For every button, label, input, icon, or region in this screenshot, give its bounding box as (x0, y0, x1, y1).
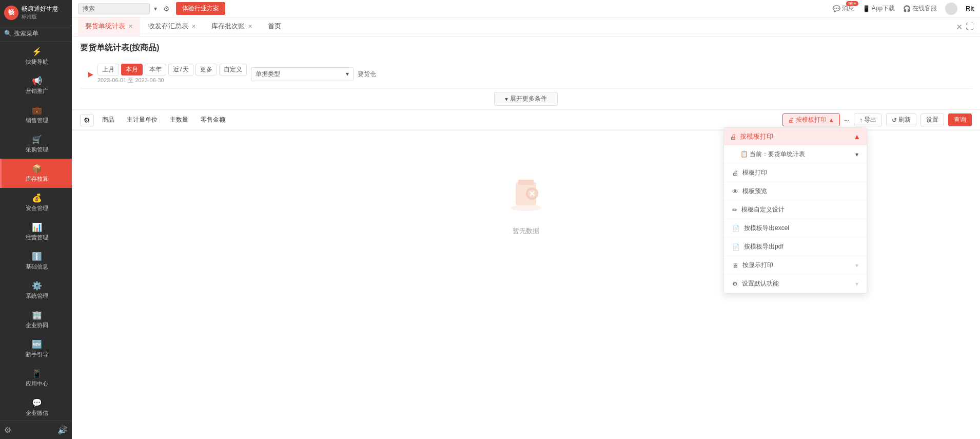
date-btn-current-year[interactable]: 本年 (145, 64, 166, 75)
dropdown-item-export-pdf[interactable]: 📄 按模板导出pdf (724, 238, 867, 256)
tab-label-receivables-summary: 收发存汇总表 (148, 22, 188, 31)
sidebar-item-basic[interactable]: ℹ️ 基础信息 (0, 246, 72, 276)
export-excel-icon: 📄 (732, 225, 740, 232)
expand-more-label: 展开更多条件 (510, 94, 547, 103)
dropdown-item-default-function[interactable]: ⚙ 设置默认功能 ▾ (724, 275, 867, 293)
inventory-label: 库存核算 (26, 175, 48, 183)
messages-button[interactable]: 💬 消息 99+ (833, 4, 854, 13)
dropdown-item-display-print[interactable]: 🖥 按显示打印 ▾ (724, 256, 867, 275)
refresh-button[interactable]: ↺ 刷新 (886, 113, 916, 126)
quick-nav-icon: ⚡ (32, 47, 42, 56)
sidebar-item-wechat[interactable]: 💬 企业微信 (0, 393, 72, 421)
app-download-button[interactable]: 📱 App下载 (863, 4, 895, 13)
topbar: ▾ ⚙ 体验行业方案 💬 消息 99+ 📱 App下载 🎧 在线客服 Rit (72, 0, 980, 17)
settings-icon[interactable]: ⚙ (4, 425, 11, 435)
order-type-select[interactable]: 单据类型 ▾ (251, 67, 354, 81)
sidebar-item-operation[interactable]: 📊 经营管理 (0, 217, 72, 246)
print-dropdown-title: 🖨 按模板打印 (730, 132, 773, 141)
sidebar-item-purchase[interactable]: 🛒 采购管理 (0, 129, 72, 159)
date-btn-last-7-days[interactable]: 近7天 (168, 64, 193, 75)
more-options-icon[interactable]: ··· (844, 116, 850, 124)
sidebar-item-system[interactable]: ⚙️ 系统管理 (0, 276, 72, 305)
quick-nav-label: 快捷导航 (26, 58, 48, 66)
inventory-icon: 📦 (32, 164, 42, 174)
refresh-label: 刷新 (898, 116, 911, 124)
date-btn-current-month[interactable]: 本月 (121, 64, 143, 75)
display-print-icon: 🖥 (732, 262, 738, 269)
settings-label: 设置 (926, 116, 938, 124)
topbar-dropdown-icon[interactable]: ▾ (154, 5, 157, 12)
sidebar-item-sales[interactable]: 💼 销售管理 (0, 100, 72, 129)
operation-label: 经营管理 (26, 234, 48, 241)
col-amount: 零售金额 (197, 116, 229, 124)
settings-button[interactable]: 设置 (920, 113, 944, 126)
sidebar-item-apps[interactable]: 📱 应用中心 (0, 364, 72, 393)
sidebar-item-marketing[interactable]: 📢 营销推广 (0, 71, 72, 100)
dropdown-item-template-custom[interactable]: ✏ 模板自定义设计 (724, 201, 867, 219)
tab-inventory-batch[interactable]: 库存批次账✕ (204, 17, 260, 36)
tab-order-stats[interactable]: 要货单统计表✕ (78, 17, 140, 36)
tab-close-receivables-summary[interactable]: ✕ (191, 23, 196, 30)
print-dropdown-close[interactable]: ▲ (853, 132, 860, 141)
default-function-icon: ⚙ (732, 280, 738, 288)
dropdown-item-template-preview[interactable]: 👁 模板预览 (724, 182, 867, 201)
date-buttons: 上月本月本年近7天更多自定义 (97, 64, 247, 75)
sidebar-search-menu[interactable]: 🔍 搜索菜单 (0, 26, 72, 42)
finance-icon: 💰 (32, 193, 42, 203)
marketing-icon: 📢 (32, 76, 42, 86)
sidebar-bottom: ⚙ 🔊 (0, 421, 72, 439)
filter-expand-arrow[interactable]: ▶ (88, 70, 93, 78)
topbar-gear-icon[interactable]: ⚙ (163, 5, 170, 13)
sidebar-item-inventory[interactable]: 📦 库存核算 (0, 159, 72, 188)
print-dropdown-header: 🖨 按模板打印 ▲ (724, 128, 867, 145)
export-button[interactable]: ↑ 导出 (854, 113, 882, 126)
date-btn-prev-month[interactable]: 上月 (97, 64, 119, 75)
sidebar-item-enterprise[interactable]: 🏢 企业协同 (0, 305, 72, 334)
current-template-item[interactable]: 📋 当前：要货单统计表 ▾ (724, 145, 867, 164)
customer-service-button[interactable]: 🎧 在线客服 (903, 4, 937, 13)
extra-filter-label: 要货仓 (358, 70, 376, 79)
tab-close-inventory-batch[interactable]: ✕ (248, 23, 252, 30)
system-label: 系统管理 (26, 292, 48, 300)
tab-close-order-stats[interactable]: ✕ (128, 23, 133, 30)
page-title: 要货单统计表(按商品) (80, 43, 972, 53)
purchase-icon: 🛒 (32, 135, 42, 144)
col-quantity: 主数量 (166, 116, 192, 124)
print-dropdown-title-text: 按模板打印 (740, 132, 773, 141)
column-settings-button[interactable]: ⚙ (80, 114, 94, 126)
display-print-label: 按显示打印 (742, 261, 773, 270)
sales-label: 销售管理 (26, 117, 48, 124)
user-avatar[interactable] (945, 3, 957, 15)
template-preview-label: 模板预览 (742, 187, 767, 196)
search-input[interactable] (78, 3, 150, 14)
chevron-down-icon: ▾ (505, 96, 508, 103)
dropdown-item-template-print[interactable]: 🖨 模板打印 (724, 164, 867, 182)
tab-maximize[interactable]: ⛶ (966, 22, 974, 32)
template-print-label: 模板打印 (742, 168, 767, 177)
print-label: 按模板打印 (796, 116, 827, 124)
system-icon: ⚙️ (32, 281, 42, 291)
industry-button[interactable]: 体验行业方案 (176, 2, 225, 15)
expand-more-button[interactable]: ▾ 展开更多条件 (494, 92, 558, 106)
print-template-button[interactable]: 🖨 按模板打印 ▲ (782, 113, 840, 126)
wechat-icon: 💬 (32, 398, 42, 408)
tab-label-inventory-batch: 库存批次账 (211, 22, 245, 31)
app-icon: 📱 (863, 5, 870, 12)
export-icon: ↑ (859, 117, 863, 124)
filter-actions: ▾ 展开更多条件 (80, 89, 972, 109)
current-template-label-group: 📋 当前：要货单统计表 (740, 150, 805, 159)
page-header: 要货单统计表(按商品) ▶ 上月本月本年近7天更多自定义 2023-06-01 … (72, 36, 980, 109)
tab-close-all[interactable]: ✕ (956, 22, 963, 32)
tab-label-home: 首页 (268, 22, 281, 31)
dropdown-item-export-excel[interactable]: 📄 按模板导出excel (724, 219, 867, 238)
sidebar-item-finance[interactable]: 💰 资金管理 (0, 188, 72, 217)
tab-receivables-summary[interactable]: 收发存汇总表✕ (141, 17, 203, 36)
date-filter-group: 上月本月本年近7天更多自定义 2023-06-01 至 2023-06-30 (97, 64, 247, 84)
sidebar-item-quick-nav[interactable]: ⚡ 快捷导航 (0, 42, 72, 71)
query-button[interactable]: 查询 (948, 113, 972, 126)
tab-home[interactable]: 首页 (261, 17, 288, 36)
date-btn-more[interactable]: 更多 (195, 64, 217, 75)
date-btn-custom[interactable]: 自定义 (219, 64, 247, 75)
sidebar-item-guide[interactable]: 🆕 新手引导 (0, 334, 72, 364)
audio-icon[interactable]: 🔊 (57, 425, 68, 435)
